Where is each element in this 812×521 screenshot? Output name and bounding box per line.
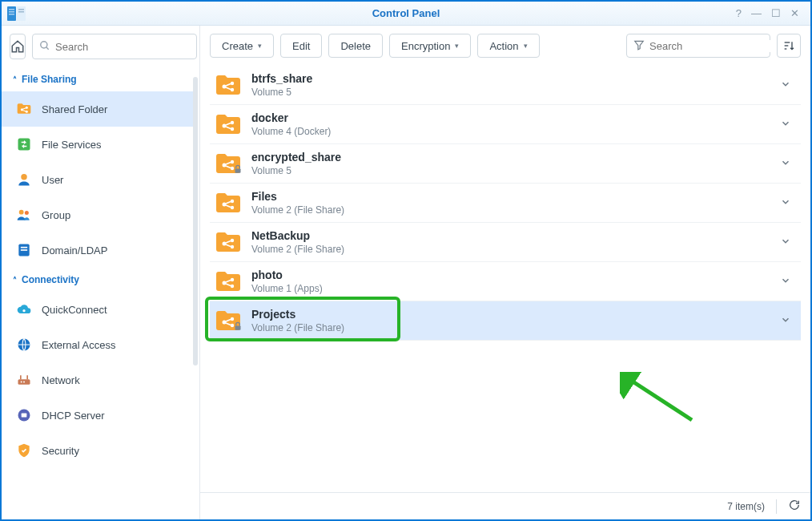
svg-rect-14 [18, 139, 30, 151]
help-button[interactable]: ? [736, 7, 742, 19]
chevron-down-icon[interactable] [780, 275, 791, 289]
create-button[interactable]: Create ▾ [210, 34, 274, 58]
svg-point-39 [231, 121, 234, 124]
sort-button[interactable] [777, 34, 801, 58]
sidebar-item-group[interactable]: Group [2, 197, 198, 232]
toolbar: Create ▾ Edit Delete Encryption ▾ Action… [200, 26, 810, 66]
shared-folder-icon [215, 230, 242, 254]
sidebar-item-label: DHCP Server [42, 410, 105, 422]
sidebar-item-label: User [42, 174, 63, 186]
svg-point-51 [231, 206, 234, 209]
cloud-icon [16, 301, 32, 317]
control-panel-window: Control Panel ? — ☐ ✕ [0, 0, 812, 521]
chevron-down-icon[interactable] [780, 196, 791, 210]
shared-folder-list: btrfs_share Volume 5 docker Volume 4 (Do… [200, 66, 810, 492]
chevron-up-icon: ˄ [13, 276, 17, 285]
action-button[interactable]: Action ▾ [477, 34, 539, 58]
item-count: 7 item(s) [727, 501, 765, 512]
sidebar-item-security[interactable]: Security [2, 433, 198, 468]
sidebar-item-domain-ldap[interactable]: Domain/LDAP [2, 232, 198, 268]
svg-point-35 [231, 88, 234, 91]
folder-row[interactable]: photo Volume 1 (Apps) [210, 262, 801, 301]
svg-point-16 [19, 210, 24, 215]
status-bar: 7 item(s) [200, 492, 810, 519]
sidebar-item-shared-folder[interactable]: Shared Folder [2, 91, 198, 127]
folder-volume: Volume 2 (File Share) [251, 204, 780, 216]
maximize-button[interactable]: ☐ [771, 7, 781, 19]
sidebar-item-file-services[interactable]: File Services [2, 127, 198, 162]
minimize-button[interactable]: — [751, 7, 762, 19]
chevron-up-icon: ˄ [13, 75, 17, 84]
shared-folder-icon [215, 191, 242, 215]
folder-volume: Volume 4 (Docker) [251, 126, 780, 137]
svg-point-40 [231, 127, 234, 131]
sidebar-search-input[interactable] [55, 41, 190, 53]
shield-icon [16, 442, 32, 458]
chevron-down-icon[interactable] [780, 314, 791, 328]
sidebar-item-external-access[interactable]: External Access [2, 327, 198, 362]
dhcp-icon [16, 407, 32, 423]
sidebar-item-network[interactable]: Network [2, 362, 198, 398]
svg-rect-20 [21, 249, 27, 251]
svg-point-21 [22, 309, 25, 312]
main-panel: Create ▾ Edit Delete Encryption ▾ Action… [200, 26, 810, 519]
sidebar-item-label: Security [42, 445, 79, 457]
svg-rect-48 [235, 168, 241, 172]
chevron-down-icon[interactable] [780, 157, 791, 171]
folder-share-icon [16, 101, 32, 117]
chevron-down-icon[interactable] [780, 236, 791, 249]
encryption-button[interactable]: Encryption ▾ [389, 34, 471, 58]
sidebar-item-label: Network [42, 374, 80, 386]
svg-rect-29 [22, 414, 27, 418]
folder-row[interactable]: docker Volume 4 (Docker) [210, 105, 801, 144]
sidebar-search[interactable] [32, 34, 197, 59]
filter-search[interactable] [626, 34, 770, 58]
svg-point-27 [23, 382, 25, 383]
folder-volume: Volume 2 (File Share) [251, 322, 780, 333]
svg-rect-2 [9, 9, 14, 10]
caret-down-icon: ▾ [455, 42, 459, 50]
folder-row[interactable]: Projects Volume 2 (File Share) [210, 301, 801, 341]
folder-name: NetBackup [251, 229, 780, 242]
refresh-button[interactable] [788, 499, 801, 514]
shared-folder-icon [215, 112, 242, 136]
shared-folder-icon [215, 269, 242, 293]
window-title: Control Panel [2, 7, 810, 19]
sidebar-item-user[interactable]: User [2, 162, 198, 197]
delete-button[interactable]: Delete [328, 34, 383, 58]
sidebar-section-header[interactable]: ˄File Sharing [2, 67, 198, 91]
filter-search-input[interactable] [649, 40, 784, 52]
shared-folder-icon [215, 73, 242, 97]
edit-button[interactable]: Edit [280, 34, 322, 58]
folder-row[interactable]: Files Volume 2 (File Share) [210, 184, 801, 223]
svg-point-50 [231, 200, 234, 203]
people-pair-icon [16, 207, 32, 223]
folder-row[interactable]: btrfs_share Volume 5 [210, 66, 801, 105]
router-icon [16, 372, 32, 388]
sidebar-item-quickconnect[interactable]: QuickConnect [2, 292, 198, 327]
sidebar-section-label: File Sharing [22, 74, 77, 85]
sidebar-item-dhcp-server[interactable]: DHCP Server [2, 398, 198, 433]
folder-volume: Volume 5 [251, 87, 780, 98]
lock-icon [232, 321, 243, 334]
svg-rect-3 [9, 11, 14, 13]
sidebar-item-label: File Services [42, 139, 101, 151]
folder-row[interactable]: encrypted_share Volume 5 [210, 144, 801, 184]
folder-row[interactable]: NetBackup Volume 2 (File Share) [210, 223, 801, 262]
home-button[interactable] [10, 34, 26, 59]
folder-volume: Volume 1 (Apps) [251, 283, 780, 294]
svg-point-60 [231, 278, 234, 281]
svg-point-34 [231, 82, 234, 85]
svg-point-61 [231, 285, 234, 288]
sidebar-scrollbar[interactable] [193, 77, 198, 366]
funnel-icon [633, 39, 645, 53]
sidebar-item-label: Domain/LDAP [42, 244, 107, 256]
chevron-down-icon[interactable] [780, 118, 791, 131]
svg-point-56 [231, 245, 234, 248]
caret-down-icon: ▾ [258, 42, 262, 50]
sidebar-section-header[interactable]: ˄Connectivity [2, 268, 198, 292]
svg-line-8 [46, 46, 49, 49]
close-button[interactable]: ✕ [790, 7, 799, 19]
chevron-down-icon[interactable] [780, 79, 791, 92]
book-icon [16, 242, 32, 258]
